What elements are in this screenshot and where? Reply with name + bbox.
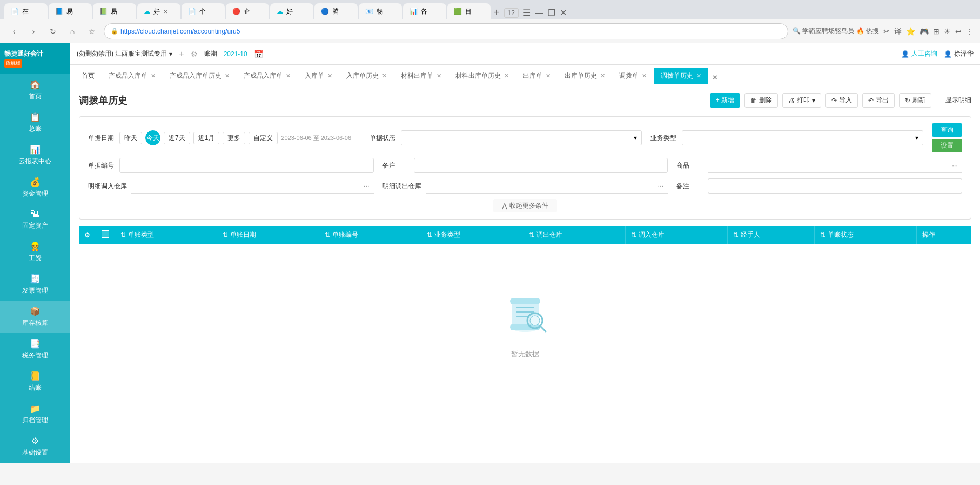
note-input[interactable] <box>414 158 668 173</box>
new-tab-btn[interactable]: + <box>494 7 500 18</box>
tab-close-product-inbound-2[interactable]: ✕ <box>286 72 291 79</box>
th-date[interactable]: ⇅ 单账日期 <box>217 226 319 244</box>
print-btn[interactable]: 🖨 打印 ▾ <box>782 93 821 108</box>
tab-close-transfer-history[interactable]: ✕ <box>696 72 701 79</box>
close-browser-btn[interactable]: ✕ <box>560 8 567 18</box>
browser-tab-11[interactable]: 🟩 目 <box>447 3 491 19</box>
goods-dots-btn[interactable]: ··· <box>952 161 958 169</box>
sidebar-item-closing[interactable]: 📒 结账 <box>0 366 70 398</box>
tab-outbound-history[interactable]: 出库单历史 ✕ <box>558 68 612 84</box>
collapse-btn[interactable]: ⋀ 收起更多条件 <box>493 199 557 212</box>
more-btn[interactable]: 更多 <box>223 132 245 144</box>
sidebar-item-guide[interactable]: 📖 新手引导 <box>0 463 70 463</box>
maximize-btn[interactable]: ❐ <box>548 8 555 18</box>
tab-transfer[interactable]: 调拨单 ✕ <box>612 68 654 84</box>
tab-outbound[interactable]: 出库单 ✕ <box>516 68 558 84</box>
tab-inbound[interactable]: 入库单 ✕ <box>298 68 339 84</box>
tab-close-inbound[interactable]: ✕ <box>327 72 332 79</box>
in-warehouse-dots-btn[interactable]: ··· <box>364 182 370 190</box>
browser-tab-8[interactable]: 🔵 腾 <box>314 3 358 19</box>
browser-tab-3[interactable]: 📗 易 <box>93 3 136 19</box>
home-btn[interactable]: ⌂ <box>65 24 80 39</box>
translate-icon[interactable]: 译 <box>894 26 902 36</box>
game-icon[interactable]: 🎮 <box>919 27 929 36</box>
service-btn[interactable]: 👤 人工咨询 <box>901 49 937 58</box>
in-warehouse-input-wrapper[interactable]: ··· <box>131 178 374 194</box>
display-toggle[interactable]: 显示明细 <box>936 96 971 105</box>
sidebar-item-assets[interactable]: 🏗 固定资产 <box>0 204 70 236</box>
import-btn[interactable]: ↷ 导入 <box>825 93 858 108</box>
th-number[interactable]: ⇅ 单账编号 <box>319 226 421 244</box>
print-dropdown-icon[interactable]: ▾ <box>812 97 815 104</box>
sidebar-item-tax[interactable]: 📑 税务管理 <box>0 333 70 366</box>
tab-close-inbound-history[interactable]: ✕ <box>382 72 387 79</box>
sidebar-item-ledger[interactable]: 📋 总账 <box>0 107 70 139</box>
tab-material-outbound[interactable]: 材料出库单 ✕ <box>394 68 448 84</box>
display-checkbox[interactable] <box>936 97 943 104</box>
tab-close-material-outbound-history[interactable]: ✕ <box>504 72 509 79</box>
back-btn[interactable]: ‹ <box>6 24 22 39</box>
tab-material-outbound-history[interactable]: 材料出库单历史 ✕ <box>448 68 516 84</box>
delete-btn[interactable]: 🗑 删除 <box>744 93 778 108</box>
browser-tab-5[interactable]: 📄 个 <box>182 3 225 19</box>
forward-btn[interactable]: › <box>26 24 41 39</box>
out-warehouse-input-wrapper[interactable]: ··· <box>426 178 668 194</box>
browser-tab-10[interactable]: 📊 各 <box>403 3 446 19</box>
bookmark-btn[interactable]: ☆ <box>84 24 99 39</box>
tab-close-product-inbound-history[interactable]: ✕ <box>225 72 230 79</box>
company-selector[interactable]: (勿删勿禁用) 江西服宝测试专用 ▾ <box>77 49 172 58</box>
minimize-btn[interactable]: — <box>535 8 543 18</box>
browser-tab-1[interactable]: 📄 在 <box>4 3 48 19</box>
th-status[interactable]: ⇅ 单账状态 <box>815 226 917 244</box>
goods-input-wrapper[interactable]: ··· <box>708 158 962 173</box>
tab-close-transfer[interactable]: ✕ <box>642 72 647 79</box>
tab-list-btn[interactable]: ☰ <box>523 8 531 18</box>
menu-icon[interactable]: ⋮ <box>966 27 974 36</box>
setting-btn[interactable]: 设置 <box>932 139 962 152</box>
tab-count[interactable]: 12 <box>504 8 519 18</box>
add-company-btn[interactable]: + <box>179 49 184 59</box>
refresh-btn[interactable]: ↻ 刷新 <box>899 93 931 108</box>
browser-tab-close-4[interactable]: ✕ <box>163 9 167 15</box>
remark-input[interactable] <box>708 178 962 194</box>
sidebar-item-payroll[interactable]: 👷 工资 <box>0 236 70 268</box>
sidebar-item-reports[interactable]: 📊 云报表中心 <box>0 139 70 171</box>
tab-close-product-inbound[interactable]: ✕ <box>151 72 156 79</box>
browser-tab-2[interactable]: 📘 易 <box>49 3 92 19</box>
tab-product-inbound[interactable]: 产成品入库单 ✕ <box>102 68 163 84</box>
tab-home[interactable]: 首页 <box>75 68 102 84</box>
browser-tab-7[interactable]: ☁ 好 <box>270 3 313 19</box>
export-btn[interactable]: ↶ 导出 <box>862 93 895 108</box>
refresh-browser-btn[interactable]: ↻ <box>45 24 61 39</box>
th-out-warehouse[interactable]: ⇅ 调出仓库 <box>523 226 625 244</box>
company-settings-btn[interactable]: ⚙ <box>191 50 198 58</box>
sidebar-item-home[interactable]: 🏠 首页 <box>0 74 70 107</box>
browser-tab-4[interactable]: ☁ 好 ✕ <box>137 3 180 19</box>
address-bar[interactable]: 🔒 https://cloud.chanjet.com/accounting/u… <box>104 23 788 39</box>
period-value[interactable]: 2021-10 <box>224 50 247 58</box>
month-btn[interactable]: 近1月 <box>193 132 220 144</box>
tab-product-inbound-2[interactable]: 产成品入库单 ✕ <box>237 68 298 84</box>
tab-close-material-outbound[interactable]: ✕ <box>437 72 441 79</box>
calendar-icon[interactable]: 📅 <box>254 50 263 58</box>
sidebar-item-archive[interactable]: 📁 归档管理 <box>0 398 70 430</box>
th-biz-type[interactable]: ⇅ 业务类型 <box>421 226 523 244</box>
browser-tab-9[interactable]: 📧 畅 <box>359 3 402 19</box>
close-all-tabs-btn[interactable]: ✕ <box>708 71 721 84</box>
status-select[interactable]: ▾ <box>401 130 642 145</box>
number-input[interactable] <box>119 158 374 173</box>
grid-icon[interactable]: ⊞ <box>933 27 939 36</box>
tab-product-inbound-history[interactable]: 产成品入库单历史 ✕ <box>163 68 237 84</box>
yesterday-btn[interactable]: 昨天 <box>119 132 142 144</box>
brightness-icon[interactable]: ☀ <box>944 27 951 36</box>
query-btn[interactable]: 查询 <box>932 123 962 137</box>
scissors-icon[interactable]: ✂ <box>883 27 890 36</box>
sidebar-item-settings[interactable]: ⚙ 基础设置 <box>0 430 70 463</box>
th-checkbox[interactable] <box>96 226 115 244</box>
tab-transfer-history[interactable]: 调拨单历史 ✕ <box>654 68 708 84</box>
week-btn[interactable]: 近7天 <box>164 132 190 144</box>
th-handler[interactable]: ⇅ 经手人 <box>727 226 815 244</box>
tab-close-outbound[interactable]: ✕ <box>546 72 551 79</box>
sidebar-item-finance[interactable]: 💰 资金管理 <box>0 171 70 204</box>
search-bar[interactable]: 🔍 学霸应聘场驱鸟员 🔥 热搜 <box>793 26 879 36</box>
